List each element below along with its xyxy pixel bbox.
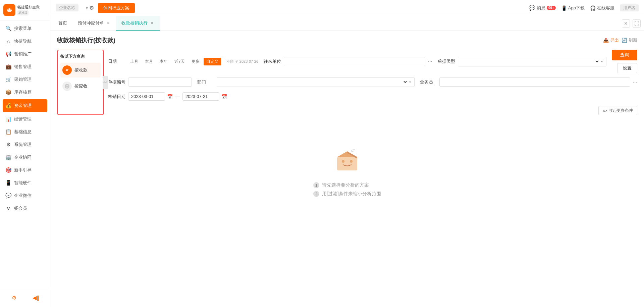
sidebar-item-member[interactable]: V 畅会员: [0, 202, 50, 215]
message-icon: 💬: [529, 5, 535, 11]
dept-select[interactable]: ▾: [217, 77, 415, 87]
calendar-start-icon[interactable]: 📅: [167, 94, 173, 99]
export-icon: 📤: [603, 38, 609, 43]
export-button[interactable]: 📤 导出: [603, 37, 619, 43]
sidebar-item-marketing[interactable]: 📢 营销推广: [0, 48, 50, 60]
header-actions: 💬 消息 99+ 📱 App下载 🎧 在线客服 用户名: [529, 4, 639, 11]
collapse-conditions-button[interactable]: ∧∧ 收起更多条件: [598, 106, 637, 115]
counterparty-field: 往来单位 ···: [264, 57, 432, 66]
svg-text:⏱: ⏱: [65, 85, 69, 88]
sidebar-item-enterprise[interactable]: 🏢 企业协同: [0, 151, 50, 164]
sidebar-item-inventory[interactable]: 📦 库存核算: [0, 86, 50, 99]
inventory-icon: 📦: [5, 89, 11, 95]
page-content: 收款核销执行(按收款) 📤 导出 🔄 刷新 按以下方查询: [50, 31, 644, 307]
sidebar-item-quick-nav[interactable]: ⌂ 快捷导航: [0, 35, 50, 48]
solution-button[interactable]: 休闲行业方案: [98, 3, 135, 13]
salesperson-dots[interactable]: ···: [633, 79, 637, 85]
sales-icon: 💼: [5, 64, 11, 70]
counterparty-label: 往来单位: [264, 58, 281, 64]
tab-close-all-button[interactable]: ✕: [622, 19, 630, 28]
refresh-button[interactable]: 🔄 刷新: [622, 37, 637, 43]
date-shortcut-last-month[interactable]: 上月: [127, 58, 141, 65]
svg-point-2: [8, 9, 9, 10]
date-shortcut-this-month[interactable]: 本月: [142, 58, 156, 65]
sidebar-item-guide[interactable]: 🎯 新手引导: [0, 164, 50, 176]
empty-icon: [330, 142, 364, 175]
sidebar-navigation: 🔍 搜索菜单 ⌂ 快捷导航 📢 营销推广 💼 销售管理 🛒 采购管理 📦 库存核…: [0, 20, 50, 288]
calendar-end-icon[interactable]: 📅: [221, 94, 227, 99]
empty-tip-1: 1 请先选择要分析的方案: [313, 182, 381, 188]
doc-no-field: 单据编号: [108, 78, 192, 87]
settings-button[interactable]: 设置: [617, 63, 637, 73]
sidebar-item-smart-hw[interactable]: 📱 智能硬件: [0, 176, 50, 189]
dept-select-input[interactable]: [220, 79, 408, 85]
message-action[interactable]: 💬 消息 99+: [529, 5, 556, 11]
date-shortcut-custom[interactable]: 自定义: [204, 58, 221, 65]
guide-icon: 🎯: [5, 167, 11, 173]
sidebar-item-system[interactable]: ⚙ 系统管理: [0, 138, 50, 151]
sidebar-item-search[interactable]: 🔍 搜索菜单: [0, 22, 50, 35]
filter-panel-collapse-button[interactable]: <<: [103, 76, 108, 89]
basic-info-icon: 📋: [5, 129, 11, 135]
tip-num-1: 1: [313, 182, 319, 188]
query-button[interactable]: 查询: [612, 50, 637, 60]
date-shortcut-more[interactable]: 更多: [189, 58, 202, 65]
operations-icon: 📊: [5, 116, 11, 122]
date-shortcut-7days[interactable]: 近7天: [172, 58, 187, 65]
top-header: 企业名称 ▾ ⚙ 休闲行业方案 💬 消息 99+ 📱 App下载 🎧 在线客服 …: [50, 0, 644, 16]
tab-receive[interactable]: 收款核销执行 ✕: [116, 16, 160, 31]
doc-no-input[interactable]: [128, 78, 192, 87]
counterparty-input[interactable]: [284, 57, 425, 66]
sidebar-item-purchase[interactable]: 🛒 采购管理: [0, 73, 50, 86]
empty-tips: 1 请先选择要分析的方案 2 用[过滤]条件来缩小分析范围: [313, 182, 381, 197]
enterprise-icon: 🏢: [5, 154, 11, 160]
tab-home[interactable]: 首页: [53, 16, 72, 31]
settings-bottom-button[interactable]: ⚙: [9, 292, 19, 303]
tab-prepay[interactable]: 预付冲应付单 ✕: [72, 16, 116, 31]
sidebar-item-basic-info[interactable]: 📋 基础信息: [0, 125, 50, 138]
gear-icon: ⚙: [12, 295, 16, 301]
salesperson-input[interactable]: [439, 78, 630, 87]
empty-tip-2: 2 用[过滤]条件来缩小分析范围: [313, 191, 381, 197]
doc-type-select[interactable]: ▾: [458, 57, 606, 66]
filter-panel: 按以下方查询 按收款: [57, 50, 637, 115]
chevron-down-icon[interactable]: ▾: [86, 6, 88, 10]
sidebar-item-finance[interactable]: 💰 资金管理: [3, 99, 47, 112]
search-icon: 🔍: [5, 25, 11, 32]
dept-label: 部门: [197, 79, 214, 85]
tab-close-receive[interactable]: ✕: [150, 20, 154, 26]
date-field: 日期 上月 本月 本年 近7天 更多 自定义: [108, 58, 221, 65]
app-download-action[interactable]: 📱 App下载: [561, 5, 585, 11]
doc-type-label: 单据类型: [438, 58, 455, 64]
collapse-icon: ◀‖: [33, 295, 39, 301]
doc-no-label: 单据编号: [108, 79, 125, 85]
sidebar: 畅捷通好生意 标准版 🔍 搜索菜单 ⌂ 快捷导航 📢 营销推广 💼 销售管理 🛒…: [0, 0, 50, 307]
tab-maximize-button[interactable]: ⛶: [633, 19, 641, 28]
collapse-sidebar-button[interactable]: ◀‖: [31, 292, 41, 303]
sidebar-item-wx[interactable]: 💬 企业微信: [0, 189, 50, 202]
sidebar-item-operations[interactable]: 📊 经营管理: [0, 113, 50, 125]
date-shortcut-this-year[interactable]: 本年: [157, 58, 170, 65]
refresh-icon: 🔄: [622, 38, 627, 43]
filter-option-by-receipt[interactable]: 按收款: [60, 63, 101, 78]
header-brand: 企业名称: [56, 4, 80, 11]
gear-settings-icon[interactable]: ⚙: [89, 5, 94, 11]
filter-option-by-receivable[interactable]: ⏱ 按应收: [60, 79, 101, 94]
verify-date-row: 核销日期 📅 — 📅: [108, 92, 637, 101]
verify-date-start-input[interactable]: [128, 92, 165, 101]
verify-date-end-input[interactable]: [182, 92, 219, 101]
filter-fields: 日期 上月 本月 本年 近7天 更多 自定义 不限 至 2023-0: [108, 50, 637, 115]
filter-type-selector: 按以下方查询 按收款: [57, 50, 104, 115]
svg-rect-6: [66, 70, 68, 71]
headset-icon: 🎧: [590, 5, 596, 11]
tab-close-prepay[interactable]: ✕: [106, 20, 111, 26]
empty-state: 1 请先选择要分析的方案 2 用[过滤]条件来缩小分析范围: [57, 115, 637, 224]
verify-date-end-group: 📅: [182, 92, 227, 101]
doc-type-select-input[interactable]: [462, 59, 600, 64]
salesperson-field: 业务员 ···: [420, 78, 637, 87]
doc-type-field: 单据类型 ▾: [438, 57, 606, 66]
chevron-down-doc-icon: ▾: [601, 60, 603, 63]
sidebar-item-sales[interactable]: 💼 销售管理: [0, 60, 50, 73]
counterparty-dots[interactable]: ···: [428, 58, 432, 64]
online-service-action[interactable]: 🎧 在线客服: [590, 5, 614, 11]
